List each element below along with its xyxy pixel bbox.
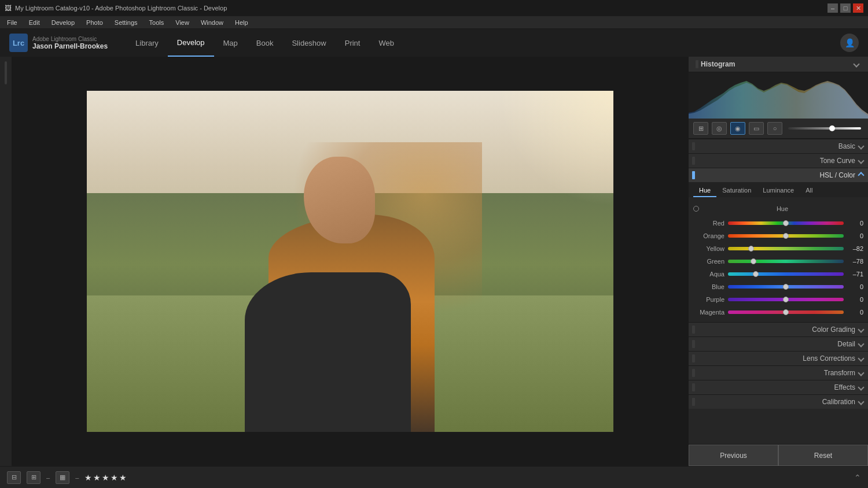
nav-book[interactable]: Book [247,29,283,57]
view-sort-button[interactable]: ▦ [56,471,69,484]
nav-map[interactable]: Map [214,29,247,57]
hue-blue-slider[interactable] [728,285,844,289]
tool-rect[interactable]: ▭ [749,122,764,135]
hue-reset-circle[interactable] [693,206,699,212]
exposure-thumb[interactable] [829,125,835,131]
hue-green-slider[interactable] [728,260,844,263]
nav-slideshow[interactable]: Slideshow [282,29,335,57]
photo-area [12,57,689,466]
hue-yellow-handle[interactable] [748,246,754,252]
basic-indicator [692,142,695,150]
photo-container [87,91,613,432]
detail-header[interactable]: Detail [689,337,868,351]
effects-header[interactable]: Effects [689,380,868,394]
hue-orange-value: 0 [847,232,863,239]
action-buttons: Previous Reset [689,444,868,466]
nav-library[interactable]: Library [126,29,168,57]
hue-red-value: 0 [847,220,863,227]
exposure-slider[interactable] [788,127,861,130]
tool-ring[interactable]: ○ [767,122,782,135]
hue-magenta-row: Magenta 0 [689,306,868,319]
menu-edit[interactable]: Edit [27,18,42,27]
close-button[interactable]: ✕ [853,3,863,13]
basic-section-header[interactable]: Basic [689,139,868,153]
menu-settings[interactable]: Settings [112,18,140,27]
bottom-chevron[interactable]: ⌃ [854,473,861,482]
tool-grid[interactable]: ⊞ [693,122,708,135]
tab-hue[interactable]: Hue [693,184,716,197]
effects-indicator [692,383,695,391]
tool-circle[interactable]: ◎ [712,122,727,135]
nav-print[interactable]: Print [336,29,370,57]
tone-curve-header[interactable]: Tone Curve [689,153,868,168]
hue-green-handle[interactable] [751,258,756,264]
hue-orange-handle[interactable] [783,233,789,239]
transform-toggle-icon [858,369,864,376]
menu-tools[interactable]: Tools [147,18,167,27]
lens-corrections-header[interactable]: Lens Corrections [689,351,868,365]
menu-file[interactable]: File [5,18,20,27]
hue-yellow-slider[interactable] [728,247,844,250]
title-bar: 🖼 My Lightroom Catalog-v10 - Adobe Photo… [0,0,868,16]
hue-blue-row: Blue 0 [689,280,868,293]
histogram-header[interactable]: Histogram [689,57,868,72]
hue-magenta-handle[interactable] [783,309,789,315]
histogram-indicator [696,60,698,68]
calibration-header[interactable]: Calibration [689,394,868,409]
calibration-label: Calibration [698,398,855,406]
color-grading-header[interactable]: Color Grading [689,322,868,337]
hue-aqua-handle[interactable] [753,271,759,277]
subject-area [245,142,482,432]
maximize-button[interactable]: □ [840,3,851,13]
hsl-section-header[interactable]: HSL / Color [689,168,868,182]
view-grid-button[interactable]: ⊟ [7,471,21,484]
menu-window[interactable]: Window [198,18,226,27]
tool-target[interactable]: ◉ [730,122,745,135]
menu-help[interactable]: Help [233,18,251,27]
tab-all[interactable]: All [800,184,818,197]
hue-purple-row: Purple 0 [689,293,868,306]
hue-magenta-slider[interactable] [728,310,844,314]
minimize-button[interactable]: – [827,3,838,13]
hue-red-handle[interactable] [783,220,789,226]
menu-photo[interactable]: Photo [84,18,105,27]
tool-strip: ⊞ ◎ ◉ ▭ ○ [689,119,868,139]
main-photo [87,91,613,432]
hue-green-row: Green –78 [689,255,868,268]
star-rating[interactable]: ★★★★★ [84,473,128,482]
transform-header[interactable]: Transform [689,365,868,380]
hue-aqua-row: Aqua –71 [689,268,868,280]
tab-saturation[interactable]: Saturation [716,184,757,197]
hue-purple-handle[interactable] [783,297,789,302]
tone-curve-toggle-icon [858,157,864,164]
lens-corrections-label: Lens Corrections [698,354,855,363]
hue-title-text: Hue [701,205,863,212]
basic-label: Basic [698,142,855,150]
user-name-label: Jason Parnell-Brookes [32,42,108,50]
tab-luminance[interactable]: Luminance [757,184,800,197]
menu-view[interactable]: View [173,18,192,27]
nav-develop[interactable]: Develop [168,29,214,57]
histogram-toggle-icon [853,61,859,67]
hue-purple-label: Purple [693,296,724,303]
sort-separator: – [75,474,79,481]
hue-section-title: Hue [689,201,868,217]
hsl-label: HSL / Color [698,171,855,179]
hue-purple-slider[interactable] [728,298,844,301]
nav-web[interactable]: Web [369,29,403,57]
hue-orange-slider[interactable] [728,234,844,238]
hue-red-label: Red [693,220,724,227]
left-panel-strip [0,57,12,466]
app-icon: 🖼 [5,4,12,12]
hue-red-slider[interactable] [728,221,844,225]
lens-corrections-toggle-icon [858,355,864,361]
hue-purple-value: 0 [847,296,863,303]
hue-aqua-label: Aqua [693,271,724,278]
hue-aqua-slider[interactable] [728,272,844,276]
window-controls: – □ ✕ [827,3,863,13]
reset-button[interactable]: Reset [778,445,868,466]
menu-develop[interactable]: Develop [49,18,77,27]
hue-blue-handle[interactable] [783,284,789,290]
view-compare-button[interactable]: ⊞ [27,471,41,484]
previous-button[interactable]: Previous [689,445,778,466]
